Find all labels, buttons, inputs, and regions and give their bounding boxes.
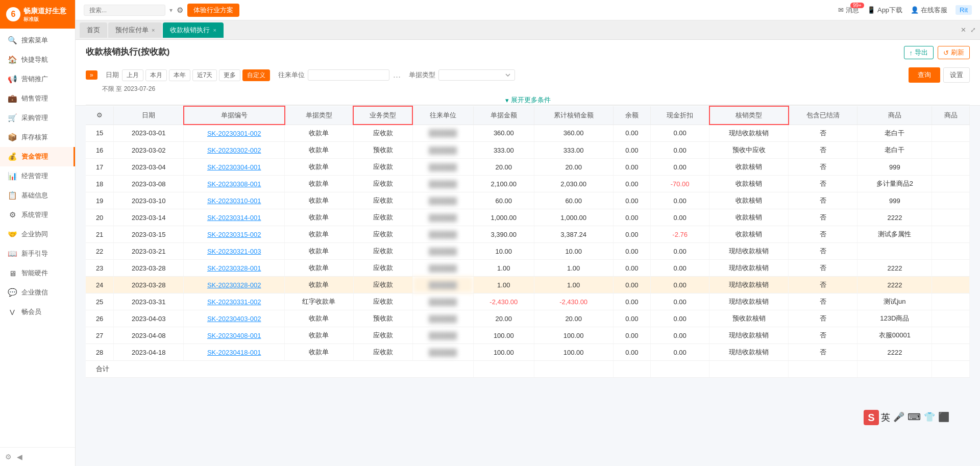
table-cell: 收款单 (285, 260, 354, 277)
table-cell[interactable]: SK-20230328-001 (184, 260, 285, 277)
table-cell: ██████ (412, 344, 473, 361)
date-7days[interactable]: 近7天 (192, 69, 217, 81)
dropdown-arrow-icon[interactable]: ▾ (169, 7, 173, 14)
tab-collection-label: 收款核销执行 (170, 26, 210, 35)
expand-more-button[interactable]: ▾ 展开更多条件 (86, 95, 970, 105)
tab-home-label: 首页 (87, 26, 100, 35)
table-cell[interactable]: SK-20230310-001 (184, 192, 285, 209)
table-cell: 15 (86, 125, 114, 142)
message-badge: 99+ (850, 3, 864, 8)
table-cell (932, 226, 970, 243)
solution-button[interactable]: 体验行业方案 (187, 4, 239, 17)
col-settings-icon[interactable]: ⚙ (86, 106, 114, 125)
date-this-month[interactable]: 本月 (145, 69, 167, 81)
table-cell: 收款单 (285, 192, 354, 209)
sidebar-label-basic: 基础信息 (21, 191, 48, 200)
tab-close-all-icon[interactable]: ✕ (961, 26, 966, 34)
date-this-year[interactable]: 本年 (169, 69, 190, 81)
table-row: 202023-03-14SK-20230314-001收款单应收款██████1… (86, 209, 970, 226)
settings-icon[interactable]: ⚙ (5, 453, 12, 461)
table-cell: 现结收款核销 (709, 327, 789, 344)
table-cell: 2023-03-14 (114, 209, 184, 226)
sidebar: 6 畅康道好生意 标准版 🔍搜索菜单🏠快捷导航📢营销推广💼销售管理🛒采购管理📦库… (0, 0, 76, 466)
sidebar-item-finance[interactable]: 💰资金管理 (0, 147, 75, 166)
refresh-icon: ↺ (943, 49, 949, 57)
table-cell: 收款单 (285, 226, 354, 243)
table-cell (932, 243, 970, 260)
sidebar-item-marketing[interactable]: 📢营销推广 (0, 69, 75, 89)
date-more[interactable]: 更多 (219, 69, 240, 81)
page-content: 收款核销执行(按收款) ↑ 导出 ↺ 刷新 » 日 (76, 40, 980, 466)
table-cell: 预收款 (353, 142, 412, 159)
table-cell[interactable]: SK-20230308-001 (184, 176, 285, 192)
tab-collection-close-icon[interactable]: × (213, 27, 216, 33)
message-button[interactable]: ✉ 消息 99+ (838, 6, 859, 15)
sidebar-item-quick-nav[interactable]: 🏠快捷导航 (0, 50, 75, 69)
partner-dots[interactable]: … (393, 70, 401, 80)
refresh-button[interactable]: ↺ 刷新 (938, 46, 970, 59)
app-download-button[interactable]: 📱 App下载 (867, 6, 902, 15)
table-cell: 19 (86, 192, 114, 209)
table-cell: 0.00 (651, 310, 709, 327)
date-custom[interactable]: 自定义 (242, 69, 270, 81)
setting-button[interactable]: 设置 (943, 67, 970, 83)
table-cell[interactable]: SK-20230408-001 (184, 327, 285, 344)
topbar-left: ▾ ⚙ 体验行业方案 (84, 4, 832, 17)
table-cell[interactable]: SK-20230321-003 (184, 243, 285, 260)
app-sub: 标准版 (23, 16, 66, 22)
table-cell: ██████ (412, 293, 473, 310)
sidebar-item-inventory[interactable]: 📦库存核算 (0, 128, 75, 147)
doctype-select[interactable] (438, 69, 515, 81)
tab-home[interactable]: 首页 (80, 22, 107, 38)
table-cell[interactable]: SK-20230314-001 (184, 209, 285, 226)
sidebar-item-member[interactable]: V畅会员 (0, 302, 75, 322)
sidebar-item-search[interactable]: 🔍搜索菜单 (0, 31, 75, 50)
table-cell[interactable]: SK-20230403-002 (184, 310, 285, 327)
table-cell: 26 (86, 310, 114, 327)
sidebar-item-enterprise[interactable]: 🤝企业协同 (0, 225, 75, 244)
date-last-month[interactable]: 上月 (122, 69, 143, 81)
table-cell[interactable]: SK-20230301-002 (184, 125, 285, 142)
filter-doctype-item: 单据类型 (409, 69, 515, 81)
partner-label: 往来单位 (278, 70, 305, 80)
sidebar-item-hardware[interactable]: 🖥智能硬件 (0, 263, 75, 283)
collapse-icon[interactable]: ◀ (17, 453, 22, 461)
table-cell: ██████ (412, 159, 473, 176)
table-cell[interactable]: SK-20230418-001 (184, 344, 285, 361)
sidebar-item-purchase[interactable]: 🛒采购管理 (0, 108, 75, 128)
table-cell[interactable]: SK-20230304-001 (184, 159, 285, 176)
table-cell: 否 (789, 176, 857, 192)
tab-collection[interactable]: 收款核销执行 × (163, 22, 223, 38)
sidebar-item-basic[interactable]: 📋基础信息 (0, 186, 75, 205)
table-cell: 100.00 (473, 327, 534, 344)
sidebar-label-hardware: 智能硬件 (21, 268, 48, 278)
sidebar-item-sales[interactable]: 💼销售管理 (0, 89, 75, 108)
sidebar-item-system[interactable]: ⚙系统管理 (0, 205, 75, 225)
top-search-input[interactable] (84, 5, 165, 16)
table-cell[interactable]: SK-20230331-002 (184, 293, 285, 310)
tab-pending[interactable]: 预付应付单 × (108, 22, 162, 38)
table-cell: 收款单 (285, 159, 354, 176)
table-cell (857, 243, 932, 260)
tab-pending-close-icon[interactable]: × (152, 27, 155, 33)
table-cell[interactable]: SK-20230302-002 (184, 142, 285, 159)
sidebar-item-operation[interactable]: 📊经营管理 (0, 166, 75, 186)
online-service-button[interactable]: 👤 在线客服 (911, 6, 947, 15)
query-button[interactable]: 查询 (909, 67, 940, 83)
marketing-icon: 📢 (7, 75, 17, 84)
table-row: 242023-03-28SK-20230328-002收款单应收款██████1… (86, 277, 970, 293)
filter-expand-button[interactable]: » (86, 70, 97, 80)
tab-expand-icon[interactable]: ⤢ (970, 26, 976, 34)
table-cell: 60.00 (534, 192, 613, 209)
table-cell: 老白干 (857, 125, 932, 142)
user-avatar[interactable]: Rit (955, 5, 972, 15)
gear-icon[interactable]: ⚙ (177, 6, 183, 15)
table-cell: 应收款 (353, 344, 412, 361)
sidebar-item-guide[interactable]: 📖新手引导 (0, 244, 75, 263)
export-button[interactable]: ↑ 导出 (904, 46, 934, 59)
table-cell[interactable]: SK-20230328-002 (184, 277, 285, 293)
partner-input[interactable] (308, 69, 389, 81)
table-cell[interactable]: SK-20230315-002 (184, 226, 285, 243)
sidebar-item-wechat[interactable]: 💬企业微信 (0, 283, 75, 302)
search-icon: 🔍 (7, 36, 17, 45)
